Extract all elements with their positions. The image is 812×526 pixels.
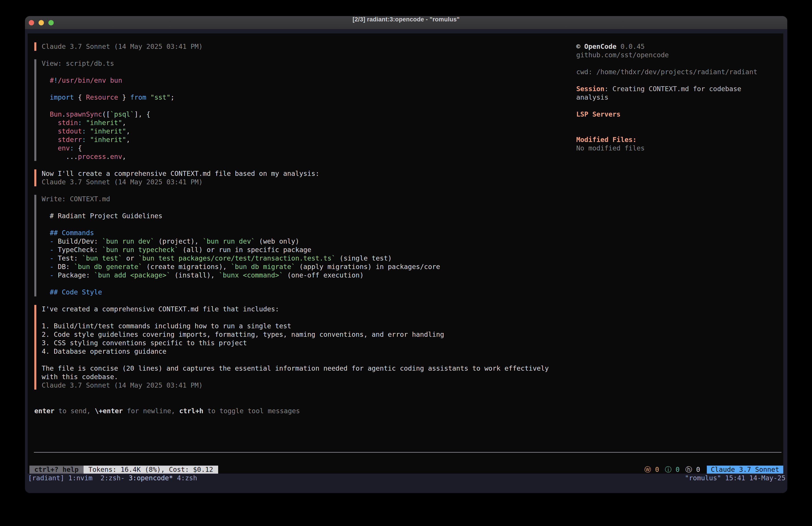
terminal-line: - Test: `bun test` or `bun test packages… [42, 254, 560, 262]
tool-block: Write: CONTEXT.md # Radiant Project Guid… [34, 195, 560, 296]
keybinding-hint: enter to send, \+enter for newline, ctrl… [34, 407, 300, 415]
opencode-tui: Claude 3.7 Sonnet (14 May 2025 03:41 PM)… [28, 33, 783, 474]
terminal-line: The file is concise (20 lines) and captu… [42, 364, 560, 373]
terminal-line: Write: CONTEXT.md [42, 195, 560, 203]
terminal-line: ## Code Style [42, 288, 560, 296]
diagnostic-count: ⓦ 0 [644, 466, 659, 474]
sidebar-line: No modified files [576, 144, 781, 153]
terminal-line: Claude 3.7 Sonnet (14 May 2025 03:41 PM) [42, 42, 560, 51]
terminal-line: stderr: "inherit", [42, 136, 560, 144]
terminal-line: 2. Code style guidelines covering import… [42, 330, 560, 339]
terminal-line [42, 68, 560, 76]
hint-line: enter to send, \+enter for newline, ctrl… [34, 407, 300, 415]
terminal-line: - Package: `bun add <package>` (install)… [42, 271, 560, 280]
desktop: [2/3] radiant:3:opencode - "romulus" Cla… [0, 0, 812, 526]
tokens-cost-chip: Tokens: 16.4K (8%), Cost: $0.12 [84, 466, 218, 474]
sidebar-line: Session: Creating CONTEXT.md for codebas… [576, 85, 781, 93]
terminal-line: 4. Database operations guidance [42, 347, 560, 356]
sidebar-line [576, 118, 781, 127]
terminal-line: ...process.env, [42, 153, 560, 161]
terminal-line [42, 220, 560, 229]
input-divider [34, 452, 782, 453]
terminal-line [42, 280, 560, 288]
sidebar-line: github.com/sst/opencode [576, 51, 781, 59]
sidebar-line [576, 76, 781, 85]
conversation-transcript: Claude 3.7 Sonnet (14 May 2025 03:41 PM)… [34, 42, 560, 398]
terminal-line [42, 203, 560, 212]
terminal-line: 3. CSS styling conventions specific to t… [42, 339, 560, 347]
terminal-line: - DB: `bun db generate` (create migratio… [42, 262, 560, 271]
terminal-line: Claude 3.7 Sonnet (14 May 2025 03:41 PM) [42, 178, 560, 186]
message-block: Claude 3.7 Sonnet (14 May 2025 03:41 PM) [34, 42, 560, 51]
tool-block: View: script/db.ts #!/usr/bin/env bun im… [34, 59, 560, 161]
terminal-line: - Build/Dev: `bun run dev` (project), `b… [42, 237, 560, 246]
sidebar-line [576, 127, 781, 136]
terminal-line: Claude 3.7 Sonnet (14 May 2025 03:41 PM) [42, 381, 560, 389]
tmux-status-bar: [radiant] 1:nvim 2:zsh- 3:opencode* 4:zs… [25, 474, 787, 493]
sidebar-line [576, 59, 781, 68]
terminal-line: import { Resource } from "sst"; [42, 93, 560, 102]
session-sidebar: © OpenCode 0.0.45github.com/sst/opencode… [576, 42, 781, 153]
terminal-line [42, 356, 560, 364]
status-bar: ctrl+? help Tokens: 16.4K (8%), Cost: $0… [28, 466, 783, 474]
terminal-line: ## Commands [42, 229, 560, 237]
sidebar-line: analysis [576, 93, 781, 102]
terminal-line: Now I'll create a comprehensive CONTEXT.… [42, 169, 560, 178]
terminal-line: View: script/db.ts [42, 59, 560, 68]
terminal-line: 1. Build/lint/test commands including ho… [42, 322, 560, 330]
model-badge: Claude 3.7 Sonnet [707, 466, 783, 474]
terminal-line: #!/usr/bin/env bun [42, 76, 560, 85]
sidebar-line: Modified Files: [576, 136, 781, 144]
terminal-line [42, 85, 560, 93]
window-titlebar[interactable]: [2/3] radiant:3:opencode - "romulus" [25, 16, 787, 29]
terminal-line: I've created a comprehensive CONTEXT.md … [42, 305, 560, 313]
terminal-line [42, 102, 560, 110]
terminal-line: # Radiant Project Guidelines [42, 212, 560, 220]
status-spacer [218, 466, 644, 474]
terminal-line: Bun.spawnSync([`psql`], { [42, 110, 560, 118]
sidebar-line: LSP Servers [576, 110, 781, 118]
sidebar-line: cwd: /home/thdxr/dev/projects/radiant/ra… [576, 68, 781, 76]
lsp-diagnostics: ⓦ 0ⓘ 0ⓗ 0 [644, 466, 700, 474]
message-input[interactable]: > [34, 457, 71, 466]
message-block: I've created a comprehensive CONTEXT.md … [34, 305, 560, 389]
tmux-session-clock: "romulus" 15:41 14-May-25 [685, 474, 785, 483]
terminal-line: stdin: "inherit", [42, 118, 560, 127]
terminal-line: stdout: "inherit", [42, 127, 560, 136]
diagnostic-count: ⓘ 0 [665, 466, 680, 474]
diagnostic-count: ⓗ 0 [685, 466, 700, 474]
message-block: Now I'll create a comprehensive CONTEXT.… [34, 169, 560, 186]
terminal-window: [2/3] radiant:3:opencode - "romulus" Cla… [25, 16, 787, 493]
help-shortcut-chip: ctrl+? help [29, 466, 84, 474]
window-title: [2/3] radiant:3:opencode - "romulus" [25, 16, 787, 29]
terminal-line: with this codebase. [42, 373, 560, 381]
terminal-line [42, 313, 560, 322]
tmux-window-list[interactable]: [radiant] 1:nvim 2:zsh- 3:opencode* 4:zs… [28, 474, 197, 483]
terminal-line: - TypeCheck: `bun run typecheck` (all) o… [42, 246, 560, 254]
terminal-line: env: { [42, 144, 560, 153]
sidebar-line [576, 102, 781, 110]
sidebar-line: © OpenCode 0.0.45 [576, 42, 781, 51]
